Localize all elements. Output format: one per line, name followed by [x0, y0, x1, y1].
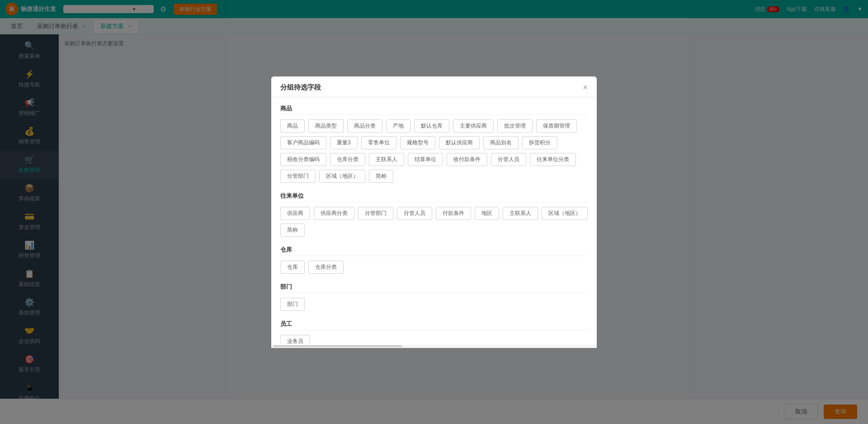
field-tag[interactable]: 业务员 [280, 335, 310, 345]
field-tag[interactable]: 收付款条件 [447, 153, 487, 166]
field-tag[interactable]: 商品 [280, 119, 305, 133]
modal-title: 分组待选字段 [280, 83, 321, 92]
field-section-部门: 部门部门 [280, 283, 588, 311]
horizontal-scrollbar[interactable] [271, 345, 597, 348]
field-section-title: 往来单位 [280, 192, 588, 202]
field-tag[interactable]: 默认供应商 [439, 136, 480, 149]
field-tag[interactable]: 规格型号 [400, 136, 435, 149]
field-tag[interactable]: 地区 [475, 207, 499, 220]
field-selection-modal: 分组待选字段 × 商品商品商品类型商品分类产地默认仓库主要供应商批次管理保质期管… [271, 76, 597, 348]
field-tag[interactable]: 部门 [280, 298, 305, 311]
field-tag[interactable]: 零售单位 [361, 136, 396, 149]
field-tag[interactable]: 分管部门 [280, 170, 316, 183]
field-tag[interactable]: 简称 [280, 224, 305, 237]
scrollbar-thumb [273, 345, 402, 347]
field-tag[interactable]: 简称 [369, 170, 393, 183]
field-tag[interactable]: 仓库分类 [308, 261, 344, 274]
field-section-title: 员工 [280, 320, 588, 330]
field-tag[interactable]: 往来单位分类 [530, 153, 576, 166]
field-tags: 仓库仓库分类 [280, 261, 588, 274]
field-tag[interactable]: 仓库 [280, 261, 305, 274]
modal-header: 分组待选字段 × [271, 76, 597, 97]
field-tag[interactable]: 供应商 [280, 207, 310, 220]
field-tag[interactable]: 商品分类 [347, 119, 382, 133]
field-tags: 供应商供应商分类分管部门分管人员付款条件地区主联系人区域（地区）简称 [280, 207, 588, 237]
field-tag[interactable]: 供应商分类 [314, 207, 354, 220]
field-tag[interactable]: 商品别名 [483, 136, 519, 149]
field-tag[interactable]: 客户商品编码 [280, 136, 326, 149]
modal-overlay: 分组待选字段 × 商品商品商品类型商品分类产地默认仓库主要供应商批次管理保质期管… [0, 0, 868, 424]
field-tag[interactable]: 税收分类编码 [280, 153, 326, 166]
field-tag[interactable]: 结算单位 [408, 153, 443, 166]
field-section-title: 商品 [280, 105, 588, 115]
field-tag[interactable]: 区域（地区） [319, 170, 365, 183]
modal-close-button[interactable]: × [583, 83, 588, 92]
field-tags: 部门 [280, 298, 588, 311]
field-section-往来单位: 往来单位供应商供应商分类分管部门分管人员付款条件地区主联系人区域（地区）简称 [280, 192, 588, 237]
field-tag[interactable]: 商品类型 [308, 119, 344, 133]
modal-body[interactable]: 商品商品商品类型商品分类产地默认仓库主要供应商批次管理保质期管理客户商品编码重量… [271, 97, 597, 345]
field-tag[interactable]: 主联系人 [503, 207, 538, 220]
field-section-title: 部门 [280, 283, 588, 293]
field-tag[interactable]: 付款条件 [436, 207, 471, 220]
field-section-title: 仓库 [280, 246, 588, 256]
field-tag[interactable]: 批次管理 [497, 119, 533, 133]
field-tag[interactable]: 仓库分类 [330, 153, 365, 166]
field-tag[interactable]: 分管部门 [358, 207, 393, 220]
field-tag[interactable]: 主要供应商 [453, 119, 494, 133]
field-section-商品: 商品商品商品类型商品分类产地默认仓库主要供应商批次管理保质期管理客户商品编码重量… [280, 105, 588, 183]
field-tag[interactable]: 保质期管理 [536, 119, 577, 133]
field-tag[interactable]: 主联系人 [369, 153, 404, 166]
field-tag[interactable]: 默认仓库 [414, 119, 449, 133]
field-section-员工: 员工业务员 [280, 320, 588, 345]
field-tag[interactable]: 产地 [386, 119, 410, 133]
field-tag[interactable]: 重量3 [330, 136, 358, 149]
field-tag[interactable]: 分管人员 [397, 207, 432, 220]
field-tag[interactable]: 区域（地区） [542, 207, 588, 220]
field-tag[interactable]: 分管人员 [491, 153, 526, 166]
field-tags: 业务员 [280, 335, 588, 345]
field-section-仓库: 仓库仓库仓库分类 [280, 246, 588, 274]
field-tag[interactable]: 拆货积分 [522, 136, 557, 149]
field-tags: 商品商品类型商品分类产地默认仓库主要供应商批次管理保质期管理客户商品编码重量3零… [280, 119, 588, 183]
